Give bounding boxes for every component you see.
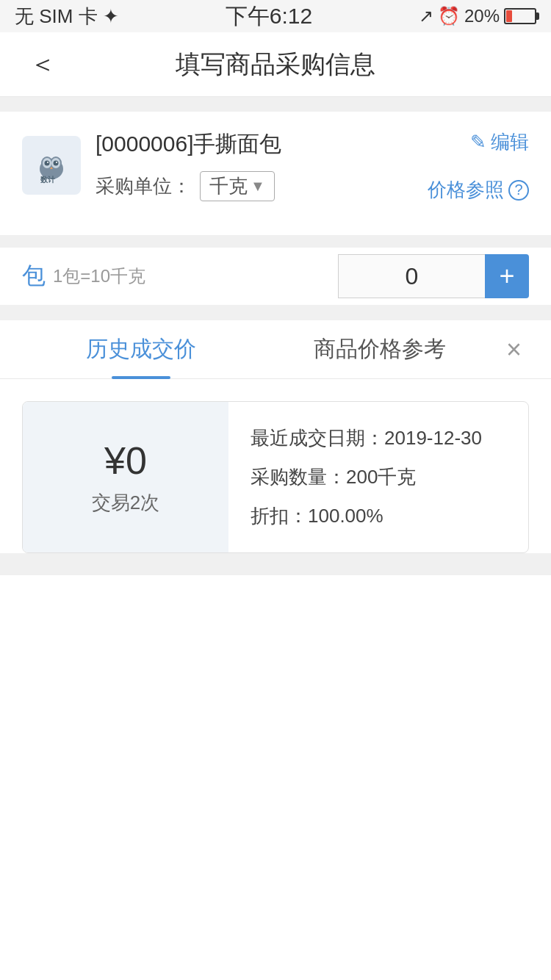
- status-right: ↗ ⏰ 20%: [419, 6, 536, 26]
- purchase-unit-row: 采购单位： 千克 ▼: [96, 171, 281, 201]
- transaction-details-section: 最近成交日期：2019-12-30 采购数量：200千克 折扣：100.00%: [228, 402, 528, 552]
- quantity-unit-name: 包: [22, 260, 46, 292]
- status-left: 无 SIM 卡 ✦: [15, 4, 119, 29]
- svg-point-5: [45, 161, 50, 166]
- status-time: 下午6:12: [226, 1, 312, 32]
- unit-selector[interactable]: 千克 ▼: [200, 171, 275, 201]
- transaction-price: ¥0: [104, 439, 147, 483]
- transaction-count: 交易2次: [92, 490, 159, 516]
- transaction-qty-row: 采购数量：200千克: [251, 463, 506, 491]
- tab-active-underline: [112, 376, 170, 379]
- price-symbol: ¥: [104, 439, 126, 482]
- quantity-conversion: 1包=10千克: [53, 264, 145, 288]
- tab-section: 历史成交价 商品价格参考 × ¥0 交易2次 最近成交日期：2019-12-30…: [0, 320, 551, 553]
- product-info-left: 数计 [0000006]手撕面包 采购单位： 千克 ▼: [22, 129, 281, 201]
- quantity-input[interactable]: 0: [338, 254, 485, 298]
- tab-close-button[interactable]: ×: [499, 334, 529, 365]
- unit-value: 千克: [209, 173, 248, 199]
- alarm-icon: ⏰: [438, 6, 460, 26]
- purchase-qty-value: 200千克: [346, 466, 416, 488]
- recent-date-label: 最近成交日期：: [251, 427, 384, 449]
- product-thumbnail: 数计: [22, 136, 81, 195]
- product-card: 数计 [0000006]手撕面包 采购单位： 千克 ▼ ✎ 编辑: [0, 112, 551, 235]
- svg-text:数计: 数计: [40, 176, 56, 184]
- dropdown-icon: ▼: [251, 178, 265, 195]
- edit-icon: ✎: [470, 131, 486, 154]
- price-value: 0: [126, 439, 147, 482]
- back-button[interactable]: ＜: [22, 39, 63, 90]
- product-image-icon: 数计: [33, 147, 70, 184]
- svg-point-7: [47, 162, 48, 163]
- price-ref-label: 价格参照: [428, 177, 504, 203]
- tab-history-price-label: 历史成交价: [86, 334, 196, 364]
- quantity-plus-button[interactable]: +: [485, 254, 529, 298]
- location-icon: ↗: [419, 6, 433, 26]
- transaction-price-section: ¥0 交易2次: [23, 402, 228, 552]
- edit-label: 编辑: [491, 129, 529, 155]
- edit-button[interactable]: ✎ 编辑: [470, 129, 529, 155]
- quantity-label-block: 包 1包=10千克: [22, 260, 145, 292]
- help-circle-icon: ?: [508, 180, 529, 201]
- quantity-section: 包 1包=10千克 0 +: [0, 247, 551, 306]
- svg-point-6: [54, 161, 59, 166]
- sim-status: 无 SIM 卡 ✦: [15, 4, 119, 29]
- battery-fill: [506, 10, 512, 22]
- discount-value: 100.00%: [308, 505, 383, 527]
- product-header: 数计 [0000006]手撕面包 采购单位： 千克 ▼ ✎ 编辑: [22, 129, 529, 203]
- status-bar: 无 SIM 卡 ✦ 下午6:12 ↗ ⏰ 20%: [0, 0, 551, 32]
- quantity-controls: 0 +: [338, 254, 529, 298]
- svg-point-8: [56, 162, 57, 163]
- tab-history-price[interactable]: 历史成交价: [22, 320, 260, 379]
- transaction-discount-row: 折扣：100.00%: [251, 502, 506, 530]
- recent-date-value: 2019-12-30: [384, 427, 482, 449]
- price-reference-button[interactable]: 价格参照 ?: [428, 177, 529, 203]
- page-title: 填写商品采购信息: [176, 48, 375, 82]
- battery-percent: 20%: [464, 6, 500, 26]
- tab-header: 历史成交价 商品价格参考 ×: [0, 320, 551, 379]
- battery-icon: [504, 8, 536, 24]
- main-content-area: [0, 575, 551, 980]
- product-name-block: [0000006]手撕面包 采购单位： 千克 ▼: [96, 129, 281, 201]
- purchase-qty-label: 采购数量：: [251, 466, 346, 488]
- transaction-card: ¥0 交易2次 最近成交日期：2019-12-30 采购数量：200千克 折扣：…: [22, 401, 529, 553]
- product-full-name: [0000006]手撕面包: [96, 129, 281, 159]
- transaction-date-row: 最近成交日期：2019-12-30: [251, 424, 506, 453]
- tab-product-price-ref-label: 商品价格参考: [314, 334, 446, 364]
- nav-bar: ＜ 填写商品采购信息: [0, 32, 551, 97]
- discount-label: 折扣：: [251, 505, 308, 527]
- tab-product-price-ref[interactable]: 商品价格参考: [260, 320, 498, 379]
- purchase-unit-label: 采购单位：: [96, 173, 191, 199]
